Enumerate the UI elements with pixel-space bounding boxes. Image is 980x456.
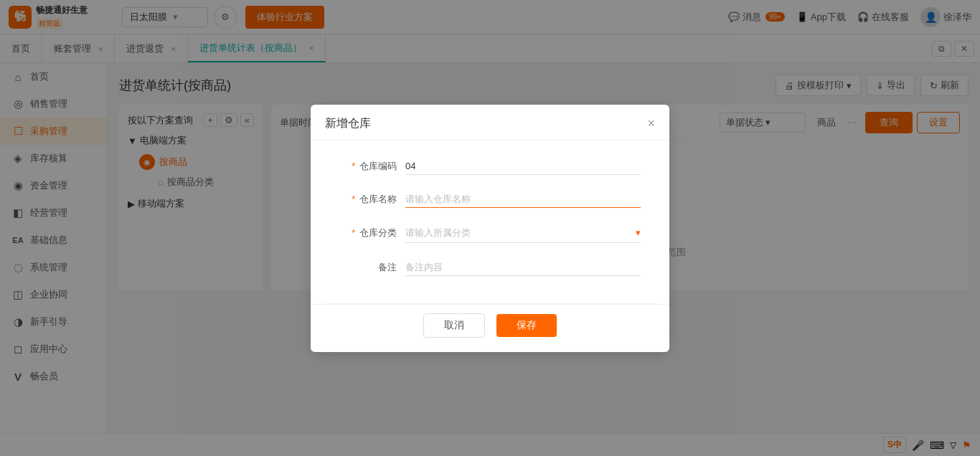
category-placeholder: 请输入所属分类 xyxy=(405,227,471,239)
required-icon: * xyxy=(352,161,355,171)
save-button[interactable]: 保存 xyxy=(496,314,557,337)
warehouse-modal: 新增仓库 × * 仓库编码 * 仓库名称 xyxy=(311,105,669,352)
modal-close-button[interactable]: × xyxy=(647,116,655,131)
form-row-category: * 仓库分类 请输入所属分类 ▾ xyxy=(339,224,641,243)
modal-body: * 仓库编码 * 仓库名称 * 仓库分类 请输入所属 xyxy=(311,141,669,303)
cancel-button[interactable]: 取消 xyxy=(423,313,485,338)
form-row-name: * 仓库名称 xyxy=(339,191,641,208)
warehouse-category-select[interactable]: 请输入所属分类 ▾ xyxy=(405,224,641,243)
warehouse-code-input[interactable] xyxy=(405,158,641,175)
form-row-remark: 备注 xyxy=(339,259,641,276)
modal-overlay[interactable]: 新增仓库 × * 仓库编码 * 仓库名称 xyxy=(0,0,980,456)
category-label: * 仓库分类 xyxy=(339,227,397,239)
remark-label: 备注 xyxy=(339,261,397,274)
required-icon: * xyxy=(352,194,355,204)
modal-footer: 取消 保存 xyxy=(311,304,669,352)
chevron-down-icon: ▾ xyxy=(636,227,641,238)
modal-header: 新增仓库 × xyxy=(311,105,669,141)
form-row-code: * 仓库编码 xyxy=(339,158,641,175)
modal-title: 新增仓库 xyxy=(325,116,371,131)
warehouse-name-input[interactable] xyxy=(405,191,641,208)
warehouse-remark-input[interactable] xyxy=(405,259,641,276)
code-label: * 仓库编码 xyxy=(339,160,397,173)
required-icon: * xyxy=(352,227,355,238)
name-label: * 仓库名称 xyxy=(339,193,397,206)
